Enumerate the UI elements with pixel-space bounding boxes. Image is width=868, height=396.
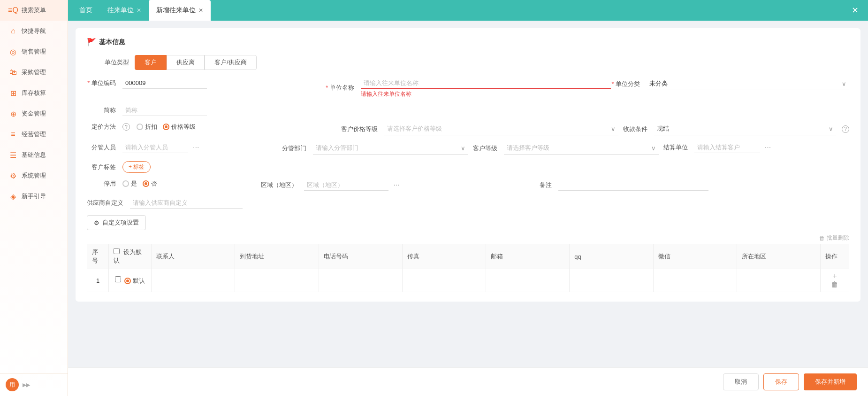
cell-qq[interactable] [570, 269, 653, 292]
row-pricing: 定价方法 ? 折扣 价格等级 客户价格 [87, 123, 849, 135]
sidebar-item-inventory[interactable]: ⊞ 库存核算 [0, 83, 68, 103]
settlement-unit-input[interactable] [694, 142, 760, 153]
home-icon: ⌂ [8, 26, 18, 36]
custom-settings-button[interactable]: ⚙ 自定义项设置 [87, 215, 146, 230]
region-more-icon[interactable]: ··· [391, 181, 401, 189]
pricing-method-label: 定价方法 [87, 123, 120, 131]
disable-radio-group: 是 否 [122, 179, 157, 188]
add-tag-button[interactable]: + 标签 [122, 161, 151, 173]
field-payment-condition: 收款条件 现结 ∨ ? [618, 123, 849, 135]
sales-icon: ◎ [8, 47, 18, 56]
batch-delete-btn[interactable]: 🗑 批量删除 [87, 234, 849, 242]
sidebar-item-search[interactable]: ≡Q 搜索菜单 [0, 0, 68, 21]
pricing-radio-group: 折扣 价格等级 [137, 123, 196, 131]
payment-condition-select[interactable]: 现结 ∨ [654, 123, 836, 135]
dept-select[interactable]: 请输入分管部门 ∨ [313, 142, 468, 155]
gear-icon: ⚙ [94, 219, 99, 226]
tab-partners[interactable]: 往来单位 ✕ [100, 0, 149, 21]
col-action: 操作 [821, 244, 849, 269]
unit-name-input[interactable] [361, 78, 611, 89]
unit-code-label: 单位编码 [87, 79, 120, 87]
main-area: 首页 往来单位 ✕ 新增往来单位 ✕ ✕ 🚩 基本信息 单位类型 客户 供应离 … [68, 0, 868, 396]
add-row-button[interactable]: + [831, 272, 838, 280]
search-menu-icon: ≡Q [8, 6, 18, 15]
delete-row-button[interactable]: 🗑 [830, 280, 840, 289]
cell-phone[interactable] [319, 269, 402, 292]
fax-input[interactable] [407, 277, 481, 284]
tab-home[interactable]: 首页 [72, 0, 100, 21]
supervisor-input[interactable] [122, 142, 188, 153]
bottom-bar: 取消 保存 保存并新增 [68, 367, 868, 396]
supplier-custom-input[interactable] [130, 197, 243, 209]
field-customer-grade: 客户等级 请选择客户等级 ∨ [468, 142, 659, 155]
btn-customer[interactable]: 客户 [135, 55, 167, 70]
cell-wechat[interactable] [653, 269, 737, 292]
region-input[interactable] [304, 179, 388, 191]
cell-contact[interactable] [152, 269, 235, 292]
table-region-input[interactable] [742, 277, 815, 284]
note-input[interactable] [558, 179, 708, 191]
radio-default[interactable]: 默认 [124, 277, 145, 285]
radio-default-circle [124, 278, 131, 284]
unit-name-error: 请输入往来单位名称 [361, 90, 611, 98]
sidebar-item-operations[interactable]: ≡ 经营管理 [0, 124, 68, 145]
window-close-button[interactable]: ✕ [846, 5, 864, 16]
radio-disable-yes[interactable]: 是 [122, 179, 137, 188]
cell-fax[interactable] [402, 269, 486, 292]
btn-supplier[interactable]: 供应离 [167, 55, 205, 70]
select-all-checkbox[interactable] [114, 248, 120, 254]
pricing-help-icon[interactable]: ? [122, 123, 130, 131]
sidebar-item-purchase[interactable]: 🛍 采购管理 [0, 62, 68, 83]
settlement-more-icon[interactable]: ··· [763, 143, 773, 152]
customer-price-select[interactable]: 请选择客户价格等级 ∨ [384, 123, 618, 135]
cell-region[interactable] [737, 269, 820, 292]
field-unit-category: 单位分类 未分类 ∨ [611, 78, 849, 90]
sidebar-item-system[interactable]: ⚙ 系统管理 [0, 165, 68, 186]
sidebar-item-basic[interactable]: ☰ 基础信息 [0, 145, 68, 165]
cancel-button[interactable]: 取消 [723, 373, 759, 390]
system-icon: ⚙ [8, 171, 18, 180]
short-name-input[interactable] [122, 105, 207, 116]
address-input[interactable] [240, 277, 313, 284]
unit-type-row: 单位类型 客户 供应离 客户/供应商 [87, 55, 849, 70]
radio-grade-circle [163, 124, 169, 130]
save-new-button[interactable]: 保存并新增 [804, 373, 857, 390]
phone-input[interactable] [324, 277, 397, 284]
payment-condition-label: 收款条件 [618, 125, 651, 133]
radio-discount[interactable]: 折扣 [137, 123, 157, 131]
tab-bar: 首页 往来单位 ✕ 新增往来单位 ✕ ✕ [68, 0, 868, 21]
sidebar-item-guide[interactable]: ◈ 新手引导 [0, 186, 68, 207]
user-avatar: 用 [6, 378, 19, 391]
customer-grade-select[interactable]: 请选择客户等级 ∨ [504, 142, 659, 155]
row-supervisor: 分管人员 ··· 分管部门 请输入分管部门 ∨ 客户等级 请选择客户等级 ∨ [87, 142, 849, 155]
unit-category-select[interactable]: 未分类 ∨ [647, 78, 849, 90]
tab-partners-close[interactable]: ✕ [137, 7, 141, 14]
unit-code-input[interactable] [122, 78, 207, 89]
wechat-input[interactable] [658, 277, 732, 284]
cell-address[interactable] [235, 269, 319, 292]
flag-icon: 🚩 [87, 38, 96, 47]
col-default: 设为默认 [109, 244, 152, 269]
radio-grade[interactable]: 价格等级 [163, 123, 196, 131]
qq-input[interactable] [574, 277, 648, 284]
cell-email[interactable] [486, 269, 570, 292]
tab-new-partner-close[interactable]: ✕ [198, 7, 203, 14]
sidebar-item-finance[interactable]: ⊕ 资金管理 [0, 103, 68, 124]
operations-icon: ≡ [8, 130, 18, 139]
btn-both[interactable]: 客户/供应商 [205, 55, 257, 70]
radio-discount-circle [137, 124, 143, 130]
contact-input[interactable] [156, 277, 230, 284]
note-label: 备注 [523, 181, 556, 189]
sidebar-item-quicknav[interactable]: ⌂ 快捷导航 [0, 21, 68, 41]
unit-type-label: 单位类型 [87, 58, 129, 67]
radio-disable-no[interactable]: 否 [143, 179, 157, 188]
tab-new-partner[interactable]: 新增往来单位 ✕ [149, 0, 211, 21]
sidebar-item-sales[interactable]: ◎ 销售管理 [0, 41, 68, 62]
supervisor-more-icon[interactable]: ··· [191, 143, 201, 152]
unit-category-label: 单位分类 [611, 80, 644, 88]
row-checkbox[interactable] [115, 276, 121, 282]
save-button[interactable]: 保存 [763, 373, 799, 390]
payment-help-icon[interactable]: ? [842, 125, 849, 133]
field-customer-tag: 客户标签 + 标签 [87, 161, 849, 173]
email-input[interactable] [491, 277, 564, 284]
